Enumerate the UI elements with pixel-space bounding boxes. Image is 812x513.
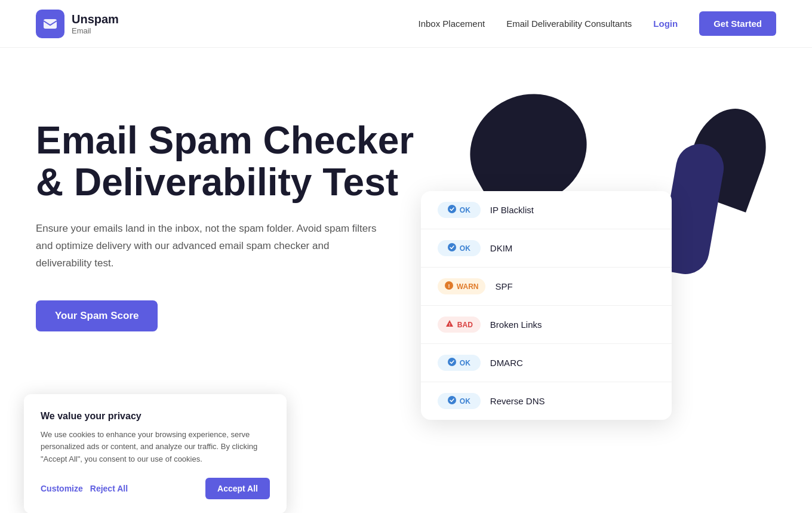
badge-label: WARN (457, 282, 479, 291)
badge-label: OK (460, 244, 470, 253)
ok-icon (448, 358, 456, 368)
svg-point-1 (448, 205, 456, 213)
badge-label: BAD (457, 321, 473, 329)
check-row: OKDKIM (421, 229, 672, 268)
check-row: !WARNSPF (421, 268, 672, 306)
check-row: !BADBroken Links (421, 306, 672, 344)
check-badge-warn: !WARN (438, 278, 486, 294)
svg-point-8 (448, 396, 456, 404)
badge-label: OK (460, 206, 470, 214)
ok-icon (448, 243, 456, 253)
check-badge-ok: OK (438, 202, 481, 218)
check-row: OKDMARC (421, 344, 672, 382)
ok-icon (448, 205, 456, 215)
check-badge-bad: !BAD (438, 317, 481, 333)
hero-right: OKIP BlacklistOKDKIM!WARNSPF!BADBroken L… (421, 96, 776, 454)
nav-login[interactable]: Login (653, 19, 678, 29)
nav-deliverability[interactable]: Email Deliverability Consultants (506, 19, 632, 29)
cookie-banner: We value your privacy We use cookies to … (24, 394, 287, 513)
svg-point-2 (448, 243, 456, 251)
customize-button[interactable]: Customize (41, 484, 83, 493)
check-results-card: OKIP BlacklistOKDKIM!WARNSPF!BADBroken L… (421, 191, 672, 420)
check-label: DKIM (490, 243, 513, 253)
cookie-text: We use cookies to enhance your browsing … (41, 429, 270, 466)
hero-subtitle: Ensure your emails land in the inbox, no… (36, 220, 382, 272)
ok-icon (448, 396, 456, 406)
check-label: Reverse DNS (490, 396, 545, 406)
check-label: SPF (495, 281, 512, 291)
accept-button[interactable]: Accept All (205, 478, 270, 499)
hero-title: Email Spam Checker & Deliverability Test (36, 119, 421, 204)
badge-label: OK (460, 359, 470, 367)
svg-text:!: ! (448, 283, 450, 289)
logo-sub: Email (72, 26, 119, 35)
check-row: OKIP Blacklist (421, 191, 672, 229)
bad-icon: ! (445, 320, 454, 330)
logo-area: Unspam Email (36, 10, 119, 38)
header: Unspam Email Inbox Placement Email Deliv… (0, 0, 812, 48)
check-badge-ok: OK (438, 355, 481, 371)
reject-button[interactable]: Reject All (90, 484, 128, 493)
check-row: OKReverse DNS (421, 382, 672, 420)
logo-icon (36, 10, 64, 38)
get-started-button[interactable]: Get Started (699, 11, 776, 36)
spam-score-button[interactable]: Your Spam Score (36, 300, 158, 331)
badge-label: OK (460, 397, 470, 406)
check-badge-ok: OK (438, 240, 481, 256)
logo-text-block: Unspam Email (72, 12, 119, 35)
check-badge-ok: OK (438, 393, 481, 409)
nav-inbox-placement[interactable]: Inbox Placement (418, 19, 485, 29)
cookie-buttons: Customize Reject All Accept All (41, 478, 270, 499)
check-label: Broken Links (490, 320, 542, 330)
svg-text:!: ! (448, 322, 450, 327)
svg-point-7 (448, 358, 456, 366)
hero-section: Email Spam Checker & Deliverability Test… (0, 48, 812, 513)
main-nav: Inbox Placement Email Deliverability Con… (418, 11, 776, 36)
logo-name: Unspam (72, 12, 119, 26)
check-label: IP Blacklist (490, 205, 534, 215)
svg-rect-0 (44, 19, 57, 29)
warn-icon: ! (445, 281, 453, 291)
check-label: DMARC (490, 358, 523, 368)
cookie-title: We value your privacy (41, 411, 270, 422)
hero-left: Email Spam Checker & Deliverability Test… (36, 96, 421, 331)
